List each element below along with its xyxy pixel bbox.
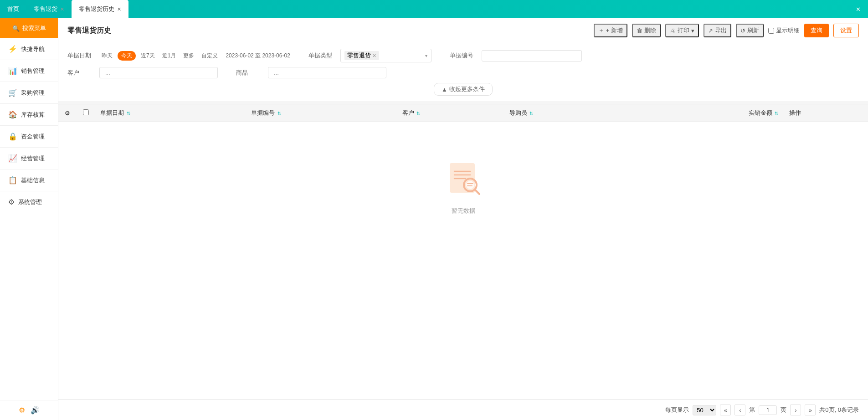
- customer-filter-label: 客户: [67, 69, 99, 77]
- new-button[interactable]: ＋ + 新增: [594, 24, 627, 37]
- th-amount-label: 实销金额: [749, 109, 772, 116]
- sidebar-item-operations-mgmt[interactable]: 📈 经营管理: [0, 148, 58, 169]
- th-settings[interactable]: ⚙: [58, 104, 77, 122]
- sidebar-item-finance-mgmt-label: 资金管理: [21, 133, 45, 141]
- sidebar-search-label: 搜索菜单: [22, 24, 46, 32]
- sidebar-search[interactable]: 🔍 搜索菜单: [0, 18, 58, 38]
- first-page-button[interactable]: «: [720, 405, 731, 415]
- date-option-today[interactable]: 今天: [118, 51, 136, 61]
- last-page-icon: »: [809, 407, 812, 414]
- last-page-button[interactable]: »: [805, 405, 816, 415]
- th-amount: 实销金额 ⇅: [633, 104, 784, 122]
- date-option-1month[interactable]: 近1月: [160, 51, 179, 61]
- filter-row-customer: 客户 ... 商品 ...: [67, 67, 859, 78]
- sidebar-item-quick-nav[interactable]: ⚡ 快捷导航: [0, 38, 58, 60]
- sidebar-item-inventory-label: 库存核算: [21, 111, 45, 119]
- display-detail-label: 显示明细: [776, 26, 800, 35]
- export-button[interactable]: ↗ 导出: [704, 24, 731, 37]
- svg-line-6: [475, 190, 479, 194]
- refresh-button[interactable]: ↺ 刷新: [736, 24, 764, 37]
- sidebar-item-sales-mgmt-label: 销售管理: [21, 67, 45, 75]
- print-arrow-icon: ▾: [691, 27, 694, 34]
- sys-mgmt-icon: ⚙: [8, 198, 15, 206]
- voucher-type-label: 单据类型: [308, 51, 340, 60]
- prev-page-button[interactable]: ‹: [734, 405, 745, 415]
- display-detail-checkbox[interactable]: [768, 28, 774, 34]
- first-page-icon: «: [724, 407, 727, 414]
- filter-area: 单据日期 昨天 今天 近7天 近1月 更多 自定义 2023-06-02 至 2…: [58, 43, 868, 101]
- voucher-no-input[interactable]: [482, 50, 582, 61]
- goods-select[interactable]: ...: [268, 67, 386, 78]
- sidebar-item-basic-info[interactable]: 📋 基础信息: [0, 169, 58, 191]
- tab-list: 首页 零售退货 ✕ 零售退货历史 ✕: [0, 0, 856, 18]
- th-customer: 客户 ⇅: [397, 104, 504, 122]
- th-date-sort-icon[interactable]: ⇅: [127, 111, 130, 116]
- sidebar-item-operations-mgmt-label: 经营管理: [21, 154, 45, 163]
- date-option-7days[interactable]: 近7天: [139, 51, 157, 61]
- setting-button[interactable]: 设置: [833, 24, 859, 37]
- table-container: ⚙ 单据日期 ⇅ 单据编号 ⇅: [58, 104, 868, 400]
- print-button[interactable]: 🖨 打印 ▾: [665, 24, 699, 37]
- delete-label: 删除: [644, 26, 656, 35]
- sidebar-item-purchase-mgmt[interactable]: 🛒 采购管理: [0, 82, 58, 104]
- settings-bottom-icon[interactable]: ⚙: [19, 406, 25, 415]
- table-body: 暂无数据: [58, 122, 868, 234]
- filter-row-date: 单据日期 昨天 今天 近7天 近1月 更多 自定义 2023-06-02 至 2…: [67, 49, 859, 62]
- collapse-button[interactable]: ▲ 收起更多条件: [434, 83, 493, 96]
- tab-home[interactable]: 首页: [0, 0, 26, 18]
- empty-illustration: [443, 159, 484, 200]
- page-size-label: 每页显示: [665, 406, 689, 414]
- refresh-label: 刷新: [747, 26, 759, 35]
- delete-button[interactable]: 🗑 删除: [632, 24, 661, 37]
- sidebar-item-sales-mgmt[interactable]: 📊 销售管理: [0, 60, 58, 82]
- tab-retail-return[interactable]: 零售退货 ✕: [26, 0, 72, 18]
- voucher-type-clear-icon[interactable]: ✕: [372, 53, 376, 59]
- empty-state: 暂无数据: [58, 122, 868, 233]
- search-icon: 🔍: [12, 25, 20, 32]
- th-check[interactable]: [77, 104, 95, 122]
- next-page-button[interactable]: ›: [790, 405, 801, 415]
- voucher-type-select[interactable]: 零售退货 ✕ ▾: [340, 49, 431, 62]
- finance-mgmt-icon: 🔒: [8, 132, 17, 141]
- delete-icon: 🗑: [637, 27, 642, 34]
- sidebar-item-purchase-mgmt-label: 采购管理: [21, 89, 45, 97]
- sidebar-item-sys-mgmt-label: 系统管理: [18, 198, 42, 206]
- sidebar-item-inventory[interactable]: 🏠 库存核算: [0, 104, 58, 126]
- th-no-sort-icon[interactable]: ⇅: [277, 111, 281, 116]
- date-option-more[interactable]: 更多: [181, 51, 196, 61]
- collapse-label: 收起更多条件: [449, 85, 485, 93]
- page-title: 零售退货历史: [67, 26, 111, 36]
- tab-retail-return-history-close[interactable]: ✕: [117, 6, 121, 12]
- speaker-icon[interactable]: 🔊: [31, 406, 40, 415]
- empty-text: 暂无数据: [452, 207, 475, 215]
- voucher-no-label: 单据编号: [450, 51, 482, 60]
- page-number-input[interactable]: [759, 405, 777, 415]
- settings-icon[interactable]: ⚙: [65, 110, 70, 117]
- display-toggle[interactable]: 显示明细: [768, 26, 800, 35]
- goods-filter-label: 商品: [236, 69, 268, 77]
- sidebar-item-sys-mgmt[interactable]: ⚙ 系统管理: [0, 191, 58, 213]
- window-close-button[interactable]: ✕: [856, 6, 868, 13]
- svg-point-5: [466, 181, 474, 189]
- sidebar-item-finance-mgmt[interactable]: 🔒 资金管理: [0, 126, 58, 148]
- date-option-custom[interactable]: 自定义: [199, 51, 220, 61]
- customer-dots: ...: [105, 69, 110, 76]
- main-layout: 🔍 搜索菜单 ⚡ 快捷导航 📊 销售管理 🛒 采购管理 🏠 库存核算 🔒 资金管…: [0, 18, 868, 420]
- tab-retail-return-history[interactable]: 零售退货历史 ✕: [72, 0, 128, 18]
- page-size-select[interactable]: 20 50 100: [693, 405, 716, 415]
- th-amount-sort-icon[interactable]: ⇅: [775, 111, 778, 116]
- sales-mgmt-icon: 📊: [8, 67, 17, 75]
- empty-state-row: 暂无数据: [58, 122, 868, 234]
- query-button[interactable]: 查询: [804, 24, 829, 37]
- th-customer-label: 客户: [402, 109, 414, 116]
- page-number-prefix: 第: [749, 406, 755, 414]
- th-no-label: 单据编号: [251, 109, 275, 116]
- th-guide-sort-icon[interactable]: ⇅: [529, 111, 533, 116]
- tab-retail-return-history-label: 零售退货历史: [79, 5, 114, 13]
- select-all-checkbox[interactable]: [83, 109, 89, 115]
- customer-select[interactable]: ...: [99, 67, 218, 78]
- date-option-yesterday[interactable]: 昨天: [99, 51, 115, 61]
- th-customer-sort-icon[interactable]: ⇅: [416, 111, 420, 116]
- th-action: 操作: [784, 104, 868, 122]
- tab-retail-return-close[interactable]: ✕: [60, 6, 64, 12]
